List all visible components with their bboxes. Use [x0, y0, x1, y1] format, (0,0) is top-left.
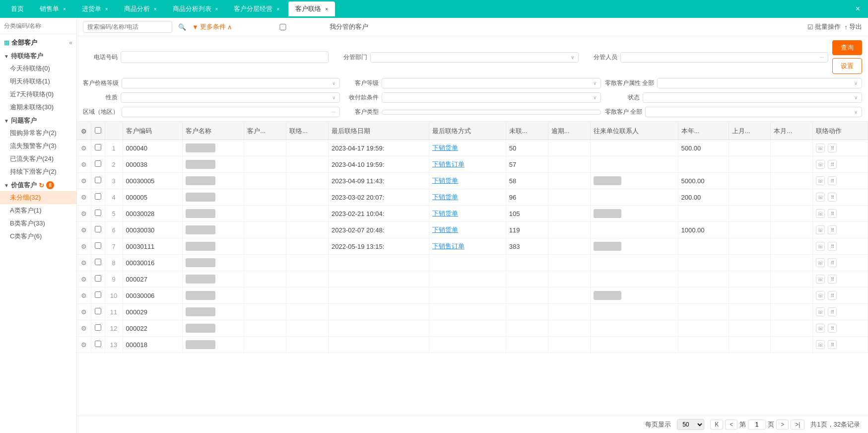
close-icon[interactable]: × [154, 6, 157, 12]
sidebar-item-today[interactable]: 今天待联络(0) [0, 62, 76, 75]
sidebar-group-problem[interactable]: ▼ 问题客户 [0, 114, 76, 127]
customer-type-select[interactable] [382, 110, 601, 115]
row-last-contact-way[interactable]: 下销售订单 [429, 238, 506, 255]
row-check[interactable] [91, 206, 105, 222]
row-checkbox[interactable] [95, 144, 101, 150]
row-settings[interactable]: ⚙ [77, 222, 91, 238]
row-checkbox[interactable] [95, 341, 101, 347]
row-check[interactable] [91, 320, 105, 337]
sidebar-item-7days[interactable]: 近7天待联络(0) [0, 88, 76, 101]
search-icon[interactable]: 🔍 [178, 23, 186, 31]
row-check[interactable] [91, 304, 105, 320]
prev-page-button[interactable]: < [725, 420, 737, 430]
row-last-contact-way[interactable]: 下销售订单 [429, 156, 506, 173]
export-button[interactable]: ↑ 导出 [845, 22, 863, 31]
close-icon[interactable]: × [105, 6, 108, 12]
first-page-button[interactable]: K [710, 420, 723, 430]
tab-purchase[interactable]: 进货单 × [75, 1, 115, 16]
call-icon[interactable]: ☏ [816, 144, 825, 152]
more-icon[interactable]: ⠿ [828, 258, 837, 267]
row-settings[interactable]: ⚙ [77, 337, 91, 353]
call-icon[interactable]: ☏ [816, 209, 825, 218]
row-checkbox[interactable] [95, 226, 101, 232]
sidebar-item-unassigned[interactable]: 未分组(32) [0, 191, 76, 204]
more-icon[interactable]: ⠿ [828, 144, 837, 152]
sidebar-group-pending[interactable]: ▼ 待联络客户 [0, 49, 76, 62]
call-icon[interactable]: ☏ [816, 307, 825, 316]
more-icon[interactable]: ⠿ [828, 340, 837, 349]
sidebar-group-value[interactable]: ▼ 价值客户 ↻ 8 [0, 178, 76, 191]
close-all-button[interactable]: × [852, 2, 864, 15]
last-month-header[interactable]: 上月... [729, 123, 771, 140]
row-check[interactable] [91, 189, 105, 206]
call-icon[interactable]: ☏ [816, 225, 825, 234]
last-contact-date-header[interactable]: 最后联络日期 [328, 123, 429, 140]
type-header[interactable]: 客户... [244, 123, 286, 140]
all-customers-header[interactable]: ⊞ 全部客户 « [0, 34, 76, 49]
row-checkbox[interactable] [95, 324, 101, 331]
row-checkbox[interactable] [95, 160, 101, 167]
row-last-contact-way[interactable] [429, 304, 506, 320]
more-filters-button[interactable]: ▼ 更多条件 ∧ [192, 22, 232, 31]
row-checkbox[interactable] [95, 308, 101, 314]
more-icon[interactable]: ⠿ [828, 225, 837, 234]
customer-grade-select[interactable]: ∨ [382, 78, 601, 88]
more-icon[interactable]: ⠿ [828, 160, 837, 169]
row-check[interactable] [91, 173, 105, 189]
row-settings[interactable]: ⚙ [77, 140, 91, 156]
last-page-button[interactable]: >| [791, 420, 804, 430]
row-check[interactable] [91, 288, 105, 304]
check-header[interactable] [91, 123, 105, 140]
sidebar-item-tomorrow[interactable]: 明天待联络(1) [0, 75, 76, 88]
retail-select[interactable]: ∨ [645, 107, 862, 117]
more-icon[interactable]: ⠿ [828, 275, 837, 284]
row-checkbox[interactable] [95, 259, 101, 265]
call-icon[interactable]: ☏ [816, 258, 825, 267]
tab-home[interactable]: 首页 [4, 1, 31, 16]
name-header[interactable]: 客户名称 [183, 123, 244, 140]
page-size-select[interactable]: 50 100 200 [677, 419, 704, 430]
region-select[interactable]: ··· [122, 107, 340, 117]
row-settings[interactable]: ⚙ [77, 320, 91, 337]
company-contact-header[interactable]: 往来单位联系人 [590, 123, 678, 140]
call-icon[interactable]: ☏ [816, 291, 825, 300]
tab-product-analysis[interactable]: 商品分析 × [117, 1, 164, 16]
row-last-contact-way[interactable]: 下销货单 [429, 189, 506, 206]
row-settings[interactable]: ⚙ [77, 255, 91, 271]
select-all-checkbox[interactable] [95, 127, 101, 134]
more-icon[interactable]: ⠿ [828, 291, 837, 300]
row-checkbox[interactable] [95, 275, 101, 282]
row-settings[interactable]: ⚙ [77, 271, 91, 288]
row-settings[interactable]: ⚙ [77, 304, 91, 320]
call-icon[interactable]: ☏ [816, 242, 825, 251]
row-check[interactable] [91, 156, 105, 173]
sidebar-item-a-class[interactable]: A类客户(1) [0, 204, 76, 217]
my-customers-check-input[interactable] [238, 24, 328, 30]
row-last-contact-way[interactable] [429, 255, 506, 271]
last-contact-way-header[interactable]: 最后联络方式 [429, 123, 506, 140]
status-select[interactable]: ∨ [643, 92, 862, 103]
query-button[interactable]: 查询 [832, 40, 862, 55]
nature-select[interactable]: ∨ [121, 92, 340, 103]
row-check[interactable] [91, 140, 105, 156]
search-input[interactable] [83, 21, 172, 33]
row-check[interactable] [91, 271, 105, 288]
next-page-button[interactable]: > [776, 420, 789, 430]
tab-customer-contact[interactable]: 客户联络 × [288, 1, 335, 16]
refresh-icon[interactable]: ↻ [39, 182, 44, 189]
price-grade-select[interactable]: ∨ [122, 78, 340, 88]
sidebar-item-b-class[interactable]: B类客户(33) [0, 217, 76, 230]
row-last-contact-way[interactable]: 下销货单 [429, 140, 506, 156]
row-checkbox[interactable] [95, 291, 101, 298]
row-last-contact-way[interactable]: 下销货单 [429, 222, 506, 238]
row-last-contact-way[interactable]: 下销货单 [429, 173, 506, 189]
row-last-contact-way[interactable]: 下销货单 [429, 206, 506, 222]
call-icon[interactable]: ☏ [816, 275, 825, 284]
sidebar-item-declining[interactable]: 持续下滑客户(2) [0, 165, 76, 178]
close-icon[interactable]: × [276, 6, 279, 12]
close-icon[interactable]: × [63, 6, 66, 12]
sidebar-item-abnormal[interactable]: 囤购异常客户(2) [0, 127, 76, 140]
person-select[interactable]: ··· [620, 52, 828, 63]
call-icon[interactable]: ☏ [816, 176, 825, 185]
row-last-contact-way[interactable] [429, 288, 506, 304]
